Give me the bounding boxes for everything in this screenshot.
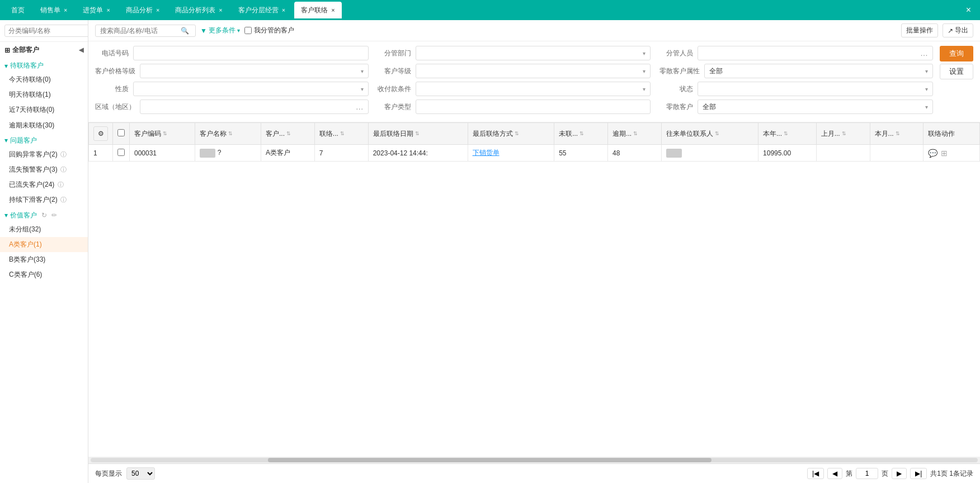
filter-price-level-select[interactable]: ▾: [140, 64, 369, 78]
sidebar-item-class-c[interactable]: C类客户(6): [0, 267, 88, 282]
tab-customer-contact-close[interactable]: ×: [331, 7, 334, 13]
prev-page-button[interactable]: ◀: [827, 468, 842, 479]
tab-purchase-close[interactable]: ×: [106, 7, 110, 13]
filter-person-input[interactable]: …: [698, 46, 933, 60]
query-button[interactable]: 查询: [940, 46, 973, 61]
filter-more-label: 更多条件: [209, 26, 235, 35]
tab-customer-segment[interactable]: 客户分层经营 ×: [232, 2, 292, 18]
sidebar-item-7days-contact[interactable]: 近7天待联络(0): [0, 102, 88, 117]
sidebar-item-class-a[interactable]: A类客户(1): [0, 237, 88, 252]
per-page-label: 每页显示: [95, 469, 122, 479]
filter-person: 分管人员 …: [659, 46, 933, 60]
sort-icon-type[interactable]: ⇅: [286, 131, 291, 136]
my-customers-checkbox[interactable]: [244, 27, 252, 34]
filter-status-label: 状态: [659, 84, 693, 94]
all-customers-header[interactable]: ⊞ 全部客户 ◀: [0, 42, 88, 58]
filter-search-box[interactable]: 🔍: [95, 25, 196, 37]
filter-nature-select[interactable]: ▾: [133, 82, 369, 96]
row-select-checkbox[interactable]: [117, 149, 125, 156]
select-all-checkbox[interactable]: [117, 129, 125, 136]
batch-op-label: 批量操作: [906, 26, 933, 35]
info-icon: ⓘ: [60, 151, 67, 158]
filter-search-input[interactable]: [100, 27, 178, 35]
filter-dept-label: 分管部门: [378, 49, 411, 58]
sort-icon-contact[interactable]: ⇅: [340, 131, 345, 136]
filter-more-button[interactable]: ▼ 更多条件 ▾: [200, 26, 240, 35]
sort-icon-last-month[interactable]: ⇅: [842, 131, 846, 136]
group-pending-contact[interactable]: ▾ 待联络客户: [0, 58, 88, 72]
window-close-button[interactable]: ×: [962, 3, 976, 17]
tab-purchase[interactable]: 进货单 ×: [76, 2, 116, 18]
chat-icon[interactable]: 💬: [928, 149, 937, 158]
sort-icon-name[interactable]: ⇅: [228, 131, 233, 136]
sort-icon-last-date[interactable]: ⇅: [415, 131, 420, 136]
filter-retail-customer-select[interactable]: 全部▾: [698, 100, 933, 114]
info-icon-4: ⓘ: [60, 196, 67, 203]
per-page-select[interactable]: 50 100 200: [126, 467, 155, 480]
filter-phone-input[interactable]: [133, 46, 369, 60]
tab-sales-label: 销售单: [40, 6, 60, 15]
tab-goods-analysis-list[interactable]: 商品分析列表 ×: [168, 2, 229, 18]
gear-settings-icon[interactable]: ⚙: [93, 126, 108, 141]
export-button[interactable]: ↗ 导出: [943, 23, 973, 37]
filter-retail-attr-select[interactable]: 全部▾: [704, 64, 933, 78]
sort-icon-no-contact[interactable]: ⇅: [579, 131, 584, 136]
col-gear[interactable]: ⚙: [89, 123, 113, 145]
filter-row-4: 区域（地区） … 客户类型 零散客户 全部▾: [95, 100, 933, 114]
tab-home[interactable]: 首页: [4, 2, 31, 18]
triangle-icon-3: ▾: [4, 211, 8, 219]
horizontal-scrollbar[interactable]: [88, 457, 980, 463]
page-number-input[interactable]: [856, 468, 878, 479]
filter-payment-select[interactable]: ▾: [416, 82, 651, 96]
sidebar-item-repurchase-abnormal[interactable]: 回购异常客户(2) ⓘ: [0, 147, 88, 162]
sidebar-item-continuous-decline[interactable]: 持续下滑客户(2) ⓘ: [0, 192, 88, 207]
filter-status-select[interactable]: ▾: [698, 82, 933, 96]
filter-region-input[interactable]: …: [140, 100, 369, 114]
refresh-icon[interactable]: ↻: [41, 211, 47, 219]
filter-row-1: 电话号码 分管部门 ▾ 分管人员 …: [95, 46, 933, 60]
grid-action-icon[interactable]: ⊞: [941, 149, 948, 158]
filter-customer-level-select[interactable]: ▾: [416, 64, 651, 78]
collapse-icon[interactable]: ◀: [79, 46, 83, 54]
edit-icon[interactable]: ✏: [51, 211, 57, 219]
tab-sales-close[interactable]: ×: [64, 7, 67, 13]
sort-icon-last-method[interactable]: ⇅: [515, 131, 519, 136]
tab-customer-contact[interactable]: 客户联络 ×: [294, 2, 341, 18]
sort-icon-this-month[interactable]: ⇅: [896, 131, 900, 136]
all-customers-label: 全部客户: [12, 45, 39, 55]
sort-icon-overdue[interactable]: ⇅: [633, 131, 638, 136]
first-page-button[interactable]: |◀: [807, 468, 824, 479]
tab-goods-analysis-close[interactable]: ×: [156, 7, 159, 13]
group-problem-customers[interactable]: ▾ 问题客户: [0, 133, 88, 147]
setting-button[interactable]: 设置: [940, 64, 973, 79]
sidebar-item-today-contact[interactable]: 今天待联络(0): [0, 72, 88, 87]
group-value-customers[interactable]: ▾ 价值客户 ↻ ✏: [0, 208, 88, 222]
sidebar-item-tomorrow-contact[interactable]: 明天待联络(1): [0, 87, 88, 102]
filter-dept-select[interactable]: ▾: [416, 46, 651, 60]
next-page-button[interactable]: ▶: [892, 468, 907, 479]
row-last-method-link[interactable]: 下销货单: [473, 149, 500, 157]
tab-sales[interactable]: 销售单 ×: [34, 2, 74, 18]
sidebar-item-class-b[interactable]: B类客户(33): [0, 252, 88, 267]
sort-icon-unit-contact[interactable]: ⇅: [715, 131, 719, 136]
sort-icon-this-year[interactable]: ⇅: [784, 131, 788, 136]
tab-goods-analysis[interactable]: 商品分析 ×: [119, 2, 166, 18]
sidebar-item-overdue-contact[interactable]: 逾期未联络(30): [0, 118, 88, 133]
scrollbar-track[interactable]: [91, 458, 978, 462]
sidebar-item-churned[interactable]: 已流失客户(24) ⓘ: [0, 177, 88, 192]
sidebar-item-unclassified[interactable]: 未分组(32): [0, 222, 88, 237]
row-last-method[interactable]: 下销货单: [468, 145, 554, 162]
content-area: 🔍 ▼ 更多条件 ▾ 我分管的客户 批量操作 ↗ 导出: [88, 20, 980, 483]
sort-icon-code[interactable]: ⇅: [163, 131, 167, 136]
sidebar-search-input[interactable]: [4, 25, 88, 37]
scrollbar-thumb[interactable]: [268, 458, 712, 462]
sidebar-item-churn-warning[interactable]: 流失预警客户(3) ⓘ: [0, 162, 88, 177]
filter-search-icon[interactable]: 🔍: [181, 27, 189, 35]
filter-customer-type-input[interactable]: [416, 100, 651, 114]
tab-customer-segment-close[interactable]: ×: [282, 7, 285, 13]
tab-goods-analysis-list-close[interactable]: ×: [219, 7, 222, 13]
batch-op-button[interactable]: 批量操作: [901, 23, 938, 37]
group-pending-contact-label: 待联络客户: [10, 61, 44, 70]
page-suffix: 页: [882, 469, 888, 479]
last-page-button[interactable]: ▶|: [910, 468, 927, 479]
